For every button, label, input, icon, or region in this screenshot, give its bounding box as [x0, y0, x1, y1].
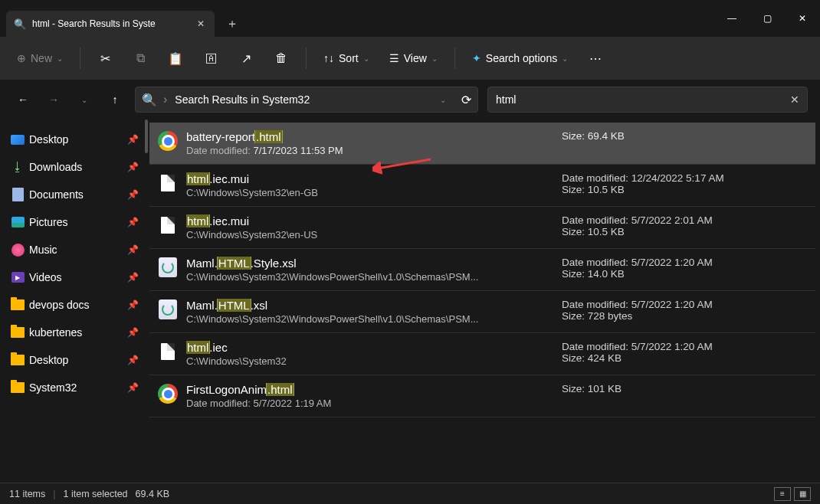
copy-button[interactable]: ⧉	[125, 44, 156, 72]
chevron-down-icon[interactable]: ⌄	[440, 96, 446, 104]
search-icon: 🔍	[14, 18, 26, 30]
thumbnails-view-button[interactable]: ▦	[794, 487, 811, 501]
search-box[interactable]: ✕	[487, 87, 808, 113]
view-button[interactable]: ☰ View ⌄	[382, 44, 445, 72]
result-meta: Size: 69.4 KB	[562, 130, 769, 142]
up-button[interactable]: ↑	[104, 89, 126, 110]
pin-icon: 📌	[127, 189, 139, 200]
new-tab-button[interactable]: ＋	[218, 11, 247, 37]
result-row[interactable]: battery-report.html Date modified: 7/17/…	[149, 123, 815, 165]
sidebar-item-label: devops docs	[29, 299, 90, 311]
chevron-down-icon: ⌄	[81, 96, 87, 104]
paste-button[interactable]: 📋	[160, 44, 191, 72]
folder-icon	[11, 298, 25, 312]
sidebar-item-label: Documents	[29, 188, 84, 201]
sidebar-item-videos[interactable]: ▶Videos📌	[0, 263, 149, 291]
result-meta: Date modified: 5/7/2022 2:01 AM Size: 10…	[562, 214, 769, 237]
active-tab[interactable]: 🔍 html - Search Results in Syste ✕	[6, 11, 215, 37]
details-view-button[interactable]: ≡	[774, 487, 791, 501]
result-title: html.iec	[186, 341, 553, 354]
address-row: ← → ⌄ ↑ 🔍 › Search Results in System32 ⌄…	[0, 80, 820, 119]
folder-icon	[11, 353, 25, 367]
titlebar: 🔍 html - Search Results in Syste ✕ ＋ ― ▢…	[0, 0, 820, 37]
sidebar-item-pictures[interactable]: Pictures📌	[0, 208, 149, 236]
pin-icon: 📌	[127, 327, 139, 338]
new-button[interactable]: ⊕ New ⌄	[9, 44, 71, 72]
back-button[interactable]: ←	[12, 89, 34, 110]
file-icon	[157, 214, 179, 236]
sidebar-item-devops-docs[interactable]: devops docs📌	[0, 291, 149, 319]
separator	[454, 47, 455, 69]
result-row[interactable]: html.iec.mui C:\Windows\System32\en-US D…	[149, 207, 815, 249]
result-title: Maml.HTML.Style.xsl	[186, 257, 553, 270]
delete-button[interactable]: 🗑	[266, 44, 297, 72]
result-subtitle: C:\Windows\System32	[186, 355, 553, 367]
share-button[interactable]: ↗	[231, 44, 261, 72]
forward-button[interactable]: →	[43, 89, 64, 110]
chevron-down-icon: ⌄	[562, 54, 568, 63]
view-icon: ☰	[389, 52, 399, 64]
plus-circle-icon: ⊕	[17, 52, 26, 64]
chevron-down-icon: ⌄	[363, 54, 369, 63]
maximize-button[interactable]: ▢	[749, 6, 785, 31]
chevron-right-icon: ›	[163, 93, 167, 106]
sidebar: Desktop📌⭳Downloads📌Documents📌Pictures📌Mu…	[0, 119, 149, 483]
close-window-button[interactable]: ✕	[785, 6, 820, 31]
sidebar-item-music[interactable]: Music📌	[0, 236, 149, 263]
pin-icon: 📌	[127, 162, 139, 172]
music-icon	[11, 243, 25, 257]
more-button[interactable]: ⋯	[580, 44, 611, 72]
video-icon: ▶	[11, 270, 25, 284]
sidebar-item-desktop[interactable]: Desktop📌	[0, 126, 149, 153]
result-subtitle: C:\Windows\System32\WindowsPowerShell\v1…	[186, 271, 553, 283]
sidebar-item-label: Desktop	[29, 133, 68, 146]
pin-icon: 📌	[127, 272, 139, 283]
xsl-icon	[157, 299, 179, 320]
result-row[interactable]: html.iec C:\Windows\System32 Date modifi…	[149, 333, 815, 375]
pin-icon: 📌	[127, 134, 139, 145]
sort-button[interactable]: ↑↓ Sort ⌄	[316, 44, 377, 72]
result-row[interactable]: html.iec.mui C:\Windows\System32\en-GB D…	[149, 165, 815, 207]
sidebar-item-label: Desktop	[29, 354, 68, 366]
refresh-button[interactable]: ⟳	[461, 93, 471, 107]
toolbar: ⊕ New ⌄ ✂ ⧉ 📋 🄰 ↗ 🗑 ↑↓ Sort ⌄ ☰ View ⌄ ✦…	[0, 37, 820, 80]
close-tab-button[interactable]: ✕	[195, 18, 207, 30]
sidebar-item-downloads[interactable]: ⭳Downloads📌	[0, 153, 149, 181]
clipboard-icon: 📋	[168, 51, 183, 66]
rename-button[interactable]: 🄰	[195, 44, 226, 72]
result-subtitle: Date modified: 7/17/2023 11:53 PM	[186, 145, 553, 156]
result-row[interactable]: FirstLogonAnim.html Date modified: 5/7/2…	[149, 375, 815, 417]
sidebar-item-desktop[interactable]: Desktop📌	[0, 346, 149, 374]
separator: |	[53, 489, 55, 499]
sidebar-item-documents[interactable]: Documents📌	[0, 181, 149, 208]
sidebar-item-label: Pictures	[29, 216, 68, 228]
separator	[80, 47, 80, 69]
result-row[interactable]: Maml.HTML.xsl C:\Windows\System32\Window…	[149, 291, 815, 333]
clear-search-button[interactable]: ✕	[790, 93, 799, 106]
pin-icon: 📌	[127, 355, 139, 365]
result-meta: Size: 101 KB	[562, 383, 769, 394]
address-bar[interactable]: 🔍 › Search Results in System32 ⌄ ⟳	[135, 87, 478, 113]
recent-button[interactable]: ⌄	[74, 89, 95, 110]
rename-icon: 🄰	[206, 53, 216, 64]
result-title: battery-report.html	[186, 130, 553, 143]
minimize-button[interactable]: ―	[714, 6, 749, 31]
result-subtitle: C:\Windows\System32\en-GB	[186, 187, 553, 198]
result-title: html.iec.mui	[186, 214, 553, 227]
sidebar-item-kubertenes[interactable]: kubertenes📌	[0, 319, 149, 346]
search-options-button[interactable]: ✦ Search options ⌄	[464, 44, 576, 72]
result-subtitle: C:\Windows\System32\en-US	[186, 229, 553, 241]
sidebar-item-label: Downloads	[29, 161, 82, 173]
result-meta: Date modified: 5/7/2022 1:20 AM Size: 72…	[562, 299, 769, 322]
gear-search-icon: ✦	[472, 52, 481, 64]
cut-button[interactable]: ✂	[90, 44, 120, 72]
sidebar-item-system32[interactable]: System32📌	[0, 374, 149, 401]
result-subtitle: Date modified: 5/7/2022 1:19 AM	[186, 398, 553, 409]
search-input[interactable]	[496, 93, 790, 106]
file-icon	[157, 172, 179, 194]
result-meta: Date modified: 5/7/2022 1:20 AM Size: 42…	[562, 341, 769, 364]
view-label: View	[404, 52, 427, 64]
xsl-icon	[157, 257, 179, 278]
result-row[interactable]: Maml.HTML.Style.xsl C:\Windows\System32\…	[149, 249, 815, 291]
window-controls: ― ▢ ✕	[714, 6, 820, 31]
